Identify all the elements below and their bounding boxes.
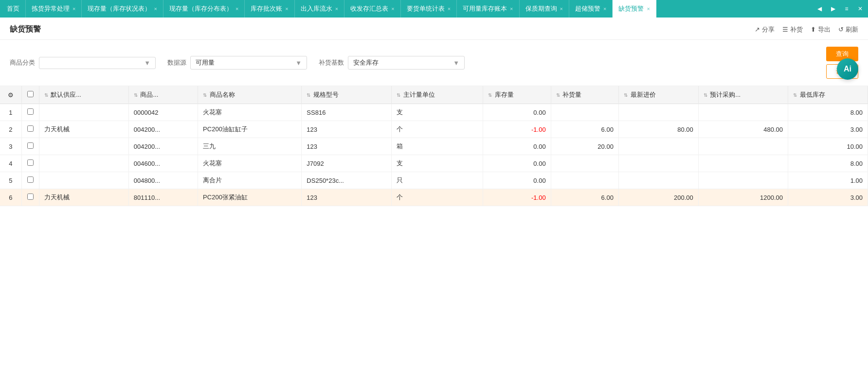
td-min-stock: 3.00 (788, 189, 868, 206)
td-est-purchase (698, 155, 788, 172)
close-icon[interactable]: × (560, 6, 563, 12)
td-unit: 箱 (391, 138, 483, 155)
td-replenish-qty: 6.00 (551, 189, 618, 206)
tab-inventory-status[interactable]: 现存量（库存状况表） × (82, 0, 163, 18)
td-checkbox[interactable] (21, 104, 39, 121)
gear-icon: ⚙ (8, 91, 14, 99)
tab-inventory-dist[interactable]: 现存量（库存分布表） × (163, 0, 245, 18)
page-header: 缺货预警 ↗ 分享 ☰ 补货 ⬆ 导出 ↺ 刷新 (0, 18, 868, 40)
select-all-checkbox[interactable] (27, 91, 34, 97)
header-actions: ↗ 分享 ☰ 补货 ⬆ 导出 ↺ 刷新 (755, 25, 858, 34)
td-est-purchase: 480.00 (698, 121, 788, 138)
share-button[interactable]: ↗ 分享 (755, 25, 775, 34)
tab-prev-button[interactable]: ◀ (813, 2, 826, 16)
close-icon[interactable]: × (335, 6, 338, 12)
close-icon[interactable]: × (72, 6, 75, 12)
row-checkbox[interactable] (27, 142, 34, 149)
td-unit: 支 (391, 104, 483, 121)
sort-icon: ⇅ (488, 92, 492, 98)
tab-close-button[interactable]: ✕ (853, 2, 867, 16)
th-settings[interactable]: ⚙ (0, 86, 21, 104)
table-wrapper: ⚙ ⇅ 默认供应... ⇅ 商品... ⇅ 商品名称 (0, 86, 868, 206)
td-checkbox[interactable] (21, 172, 39, 189)
th-default-supplier[interactable]: ⇅ 默认供应... (39, 86, 128, 104)
refresh-icon: ↺ (838, 26, 844, 33)
close-icon[interactable]: × (603, 6, 606, 12)
th-latest-price[interactable]: ⇅ 最新进价 (618, 86, 698, 104)
category-select[interactable]: ▼ (39, 57, 156, 69)
tab-expiry-query[interactable]: 保质期查询 × (520, 0, 569, 18)
replenish-button[interactable]: ☰ 补货 (782, 25, 803, 34)
row-checkbox[interactable] (27, 108, 34, 115)
td-checkbox[interactable] (21, 155, 39, 172)
td-product-name: PC200张紧油缸 (198, 189, 302, 206)
export-button[interactable]: ⬆ 导出 (811, 25, 831, 34)
td-checkbox[interactable] (21, 121, 39, 138)
td-replenish-qty: 20.00 (551, 138, 618, 155)
th-stock[interactable]: ⇅ 库存量 (483, 86, 551, 104)
tab-exception[interactable]: 拣货异常处理 × (26, 0, 82, 18)
tab-overstock[interactable]: 超储预警 × (569, 0, 613, 18)
close-icon[interactable]: × (647, 6, 650, 12)
th-min-stock[interactable]: ⇅ 最低库存 (788, 86, 868, 104)
row-checkbox[interactable] (27, 159, 34, 166)
th-unit[interactable]: ⇅ 主计量单位 (391, 86, 483, 104)
th-est-purchase[interactable]: ⇅ 预计采购... (698, 86, 788, 104)
tab-available-ledger[interactable]: 可用量库存账本 × (457, 0, 519, 18)
td-min-stock: 3.00 (788, 121, 868, 138)
table-row: 4 004600... 火花塞 J7092 支 0.00 8.00 (0, 155, 868, 172)
td-row-num: 3 (0, 138, 21, 155)
row-checkbox[interactable] (27, 194, 34, 200)
th-checkbox[interactable] (21, 86, 39, 104)
td-row-num: 2 (0, 121, 21, 138)
close-icon[interactable]: × (235, 6, 238, 12)
close-icon[interactable]: × (285, 6, 288, 12)
td-row-num: 5 (0, 172, 21, 189)
td-product-code: 004600... (128, 155, 198, 172)
row-checkbox[interactable] (27, 125, 34, 132)
tab-order-stats[interactable]: 要货单统计表 × (401, 0, 457, 18)
tab-inout-flow[interactable]: 出入库流水 × (295, 0, 344, 18)
td-checkbox[interactable] (21, 138, 39, 155)
tab-menu-button[interactable]: ≡ (840, 2, 853, 16)
table-row: 3 004200... 三九 123 箱 0.00 20.00 10.00 (0, 138, 868, 155)
tab-shortage[interactable]: 缺货预警 × (613, 0, 656, 18)
close-icon[interactable]: × (154, 6, 157, 12)
td-latest-price (618, 155, 698, 172)
th-product-code[interactable]: ⇅ 商品... (128, 86, 198, 104)
refresh-button[interactable]: ↺ 刷新 (838, 25, 858, 34)
th-replenish-qty[interactable]: ⇅ 补货量 (551, 86, 618, 104)
close-icon[interactable]: × (510, 6, 513, 12)
td-latest-price (618, 104, 698, 121)
ai-badge[interactable]: Ai (837, 58, 858, 80)
ai-label: Ai (844, 65, 851, 73)
filter-row: 商品分类 ▼ 数据源 可用量 ▼ 补货基数 安全库存 ▼ 查询 设置 (0, 40, 868, 86)
sort-icon: ⇅ (307, 92, 310, 98)
row-checkbox[interactable] (27, 176, 34, 183)
th-spec[interactable]: ⇅ 规格型号 (302, 86, 392, 104)
data-source-dropdown-arrow: ▼ (295, 59, 302, 67)
data-source-select[interactable]: 可用量 ▼ (190, 56, 307, 70)
td-replenish-qty (551, 155, 618, 172)
shortage-table: ⚙ ⇅ 默认供应... ⇅ 商品... ⇅ 商品名称 (0, 86, 868, 206)
tab-batch-account[interactable]: 库存批次账 × (245, 0, 294, 18)
close-icon[interactable]: × (448, 6, 451, 12)
sort-icon: ⇅ (44, 92, 48, 98)
td-row-num: 4 (0, 155, 21, 172)
th-product-name[interactable]: ⇅ 商品名称 (198, 86, 302, 104)
replenish-icon: ☰ (782, 26, 788, 33)
tab-home[interactable]: 首页 (1, 0, 26, 18)
sort-icon: ⇅ (793, 92, 797, 98)
sort-icon: ⇅ (704, 92, 707, 98)
td-spec: 123 (302, 138, 392, 155)
td-product-name: 火花塞 (198, 155, 302, 172)
tab-collect-summary[interactable]: 收发存汇总表 × (344, 0, 400, 18)
replenish-base-filter-group: 补货基数 安全库存 ▼ (319, 56, 465, 70)
td-checkbox[interactable] (21, 189, 39, 206)
replenish-base-value: 安全库存 (353, 58, 379, 67)
tab-next-button[interactable]: ▶ (826, 2, 840, 16)
td-est-purchase (698, 104, 788, 121)
close-icon[interactable]: × (391, 6, 394, 12)
replenish-base-select[interactable]: 安全库存 ▼ (348, 56, 465, 70)
td-spec: SS816 (302, 104, 392, 121)
